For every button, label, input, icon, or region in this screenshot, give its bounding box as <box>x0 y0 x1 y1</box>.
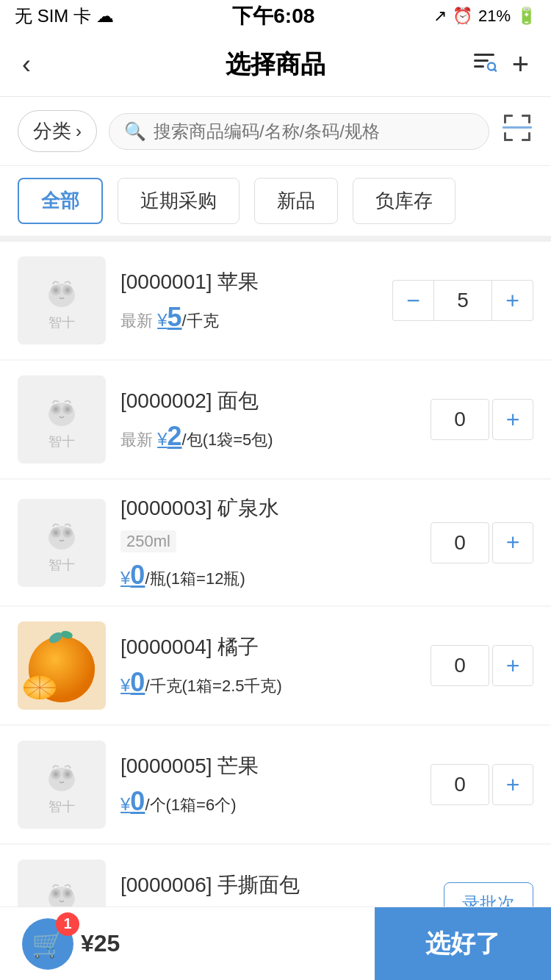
svg-point-50 <box>54 773 57 776</box>
quantity-input[interactable] <box>431 522 489 563</box>
price-yuan-icon: ¥ <box>157 429 167 449</box>
product-name: [0000003] 矿泉水 <box>120 494 416 522</box>
price-unit: /个(1箱=6个) <box>145 796 236 814</box>
price-label: 最新 <box>120 430 157 449</box>
product-info: [0000005] 芒果 ¥0/个(1箱=6个) <box>120 752 416 817</box>
price-value: 2 <box>167 421 181 451</box>
svg-point-57 <box>54 892 57 895</box>
nav-bar: ‹ 选择商品 + <box>0 32 551 97</box>
product-name: [0000004] 橘子 <box>120 633 416 661</box>
svg-rect-6 <box>504 115 506 123</box>
price-unit: /包(1袋=5包) <box>182 430 273 449</box>
quantity-input[interactable] <box>431 399 489 440</box>
quantity-control: + <box>431 522 533 563</box>
product-info: [0000001] 苹果 最新 ¥5/千克 <box>120 268 378 333</box>
category-button[interactable]: 分类 › <box>18 110 97 152</box>
status-bar: 无 SIM 卡 ☁ 下午6:08 ↗ ⏰ 21% 🔋 <box>0 0 551 32</box>
product-price: 最新 ¥5/千克 <box>120 302 378 333</box>
svg-rect-2 <box>474 65 484 68</box>
price-value: 5 <box>167 302 181 332</box>
quantity-input[interactable] <box>433 280 492 321</box>
svg-rect-1 <box>474 60 489 62</box>
cart-total: ¥25 <box>81 930 120 957</box>
svg-rect-0 <box>474 54 494 56</box>
owl-logo-icon: 智十 <box>40 389 84 450</box>
back-button[interactable]: ‹ <box>22 49 31 80</box>
tab-all[interactable]: 全部 <box>18 178 103 224</box>
svg-point-51 <box>66 773 69 776</box>
owl-logo-icon: 智十 <box>40 754 84 815</box>
quantity-increase-button[interactable]: + <box>492 522 533 563</box>
quantity-increase-button[interactable]: + <box>492 764 533 805</box>
alarm-icon: ⏰ <box>453 7 472 26</box>
status-left: 无 SIM 卡 ☁ <box>15 4 114 28</box>
status-time: 下午6:08 <box>232 2 314 30</box>
svg-point-33 <box>54 531 57 534</box>
search-input[interactable] <box>154 121 474 142</box>
price-unit: /瓶(1箱=12瓶) <box>145 569 245 588</box>
price-value: 0 <box>130 560 145 590</box>
product-info: [0000003] 矿泉水 250ml ¥0/瓶(1箱=12瓶) <box>120 494 416 591</box>
scan-icon[interactable] <box>501 112 533 151</box>
svg-rect-13 <box>503 126 532 129</box>
svg-rect-8 <box>528 115 530 123</box>
quantity-decrease-button[interactable]: − <box>392 280 433 321</box>
price-yuan-icon: ¥ <box>120 568 130 588</box>
svg-rect-12 <box>528 132 530 141</box>
price-value: 0 <box>130 667 145 697</box>
quantity-input[interactable] <box>431 645 489 686</box>
svg-point-19 <box>54 289 57 292</box>
svg-point-27 <box>66 408 69 411</box>
product-price: 最新 ¥2/包(1袋=5包) <box>120 421 416 452</box>
quantity-increase-button[interactable]: + <box>492 645 533 686</box>
list-item: 智十 [0000005] 芒果 ¥0/个(1箱=6个) + <box>0 726 551 843</box>
search-input-wrap: 🔍 <box>109 113 489 150</box>
quantity-control: + <box>431 645 533 686</box>
quantity-increase-button[interactable]: + <box>492 280 533 321</box>
owl-logo-icon: 智十 <box>40 512 84 574</box>
category-arrow-icon: › <box>76 121 82 142</box>
svg-rect-10 <box>504 132 506 141</box>
product-name: [0000001] 苹果 <box>120 268 378 296</box>
product-name: [0000002] 面包 <box>120 387 416 415</box>
price-label: 最新 <box>120 311 157 330</box>
nav-right: + <box>471 48 529 81</box>
tab-new[interactable]: 新品 <box>254 178 338 224</box>
price-unit: /千克(1箱=2.5千克) <box>145 677 281 695</box>
filter-icon[interactable] <box>471 48 497 81</box>
product-image: 智十 <box>18 375 106 464</box>
quantity-input[interactable] <box>431 764 489 805</box>
product-image <box>18 621 106 710</box>
price-yuan-icon: ¥ <box>120 675 130 695</box>
svg-point-20 <box>66 289 69 292</box>
quantity-increase-button[interactable]: + <box>492 399 533 440</box>
cart-badge: 1 <box>56 912 79 936</box>
location-icon: ↗ <box>433 7 447 26</box>
price-unit: /千克 <box>182 311 219 330</box>
product-price: ¥0/千克(1箱=2.5千克) <box>120 667 416 698</box>
list-item: 智十 [0000003] 矿泉水 250ml ¥0/瓶(1箱=12瓶) + <box>0 480 551 605</box>
search-icon: 🔍 <box>124 121 146 142</box>
price-yuan-icon: ¥ <box>157 310 167 330</box>
product-name: [0000005] 芒果 <box>120 752 416 780</box>
product-info: [0000004] 橘子 ¥0/千克(1箱=2.5千克) <box>120 633 416 698</box>
bottom-bar: 🛒 1 ¥25 选好了 <box>0 907 551 980</box>
list-item: 智十 [0000002] 面包 最新 ¥2/包(1袋=5包) + <box>0 361 551 478</box>
owl-logo-icon: 智十 <box>40 270 84 331</box>
product-spec: 250ml <box>120 530 176 552</box>
product-price: ¥0/个(1箱=6个) <box>120 786 416 817</box>
svg-point-58 <box>66 892 69 895</box>
tab-negative-stock[interactable]: 负库存 <box>353 178 455 224</box>
price-yuan-icon: ¥ <box>120 794 130 814</box>
confirm-button[interactable]: 选好了 <box>375 907 551 981</box>
product-price: ¥0/瓶(1箱=12瓶) <box>120 560 416 591</box>
quantity-control: − + <box>392 280 533 321</box>
product-info: [0000002] 面包 最新 ¥2/包(1袋=5包) <box>120 387 416 452</box>
cart-icon-wrap[interactable]: 🛒 1 <box>22 918 73 970</box>
quantity-control: + <box>431 399 533 440</box>
cart-section: 🛒 1 ¥25 <box>0 918 375 970</box>
product-image: 智十 <box>18 741 106 829</box>
list-item: 智十 [0000001] 苹果 最新 ¥5/千克 − + <box>0 242 551 359</box>
tab-recent[interactable]: 近期采购 <box>118 178 240 224</box>
add-button[interactable]: + <box>512 48 529 81</box>
